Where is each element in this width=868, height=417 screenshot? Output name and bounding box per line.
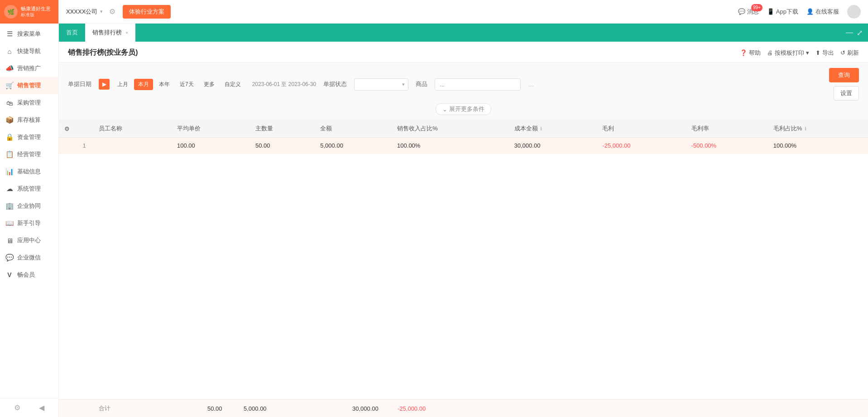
filter-date-tabs: 上月 本月 本年 近7天 更多 自定义 bbox=[113, 79, 245, 90]
chevron-down-icon: ▾ bbox=[100, 9, 103, 14]
operation-icon: 📋 bbox=[5, 150, 14, 158]
gross-pct-info-icon[interactable]: ℹ bbox=[805, 126, 806, 131]
col-gross-rate: 毛利率 bbox=[686, 120, 768, 138]
print-label: 按模板打印 bbox=[775, 49, 804, 57]
sidebar-item-label: 应用中心 bbox=[17, 236, 41, 244]
status-select[interactable] bbox=[354, 78, 408, 91]
topbar-right: 💬 消息 99+ 📱 App下载 👤 在线客服 bbox=[738, 5, 861, 19]
sidebar-item-purchase[interactable]: 🛍 采购管理 bbox=[0, 94, 58, 111]
topbar: XXXXX公司 ▾ ⚙ 体验行业方案 💬 消息 99+ 📱 App下载 👤 在线… bbox=[59, 0, 868, 24]
settings-icon[interactable]: ⚙ bbox=[109, 7, 115, 16]
help-label: 帮助 bbox=[749, 49, 761, 57]
expand-more-btn[interactable]: ⌄ 展开更多条件 bbox=[436, 103, 491, 115]
print-btn[interactable]: 🖨 按模板打印 ▾ bbox=[767, 49, 809, 57]
tab-current-month[interactable]: 本月 bbox=[134, 79, 153, 90]
sidebar-nav: ☰ 搜索菜单 ⌂ 快捷导航 📣 营销推广 🛒 销售管理 🛍 采购管理 📦 库存核… bbox=[0, 24, 58, 398]
row-gross-rate: -500.00% bbox=[686, 138, 768, 154]
sidebar-item-sales[interactable]: 🛒 销售管理 bbox=[0, 77, 58, 94]
sidebar-item-label: 营销推广 bbox=[17, 64, 41, 72]
sidebar-item-label: 快捷导航 bbox=[17, 47, 41, 55]
trial-btn[interactable]: 体验行业方案 bbox=[123, 5, 171, 19]
restore-icon[interactable]: ⤢ bbox=[857, 29, 863, 37]
sidebar-item-operation[interactable]: 📋 经营管理 bbox=[0, 146, 58, 163]
tab-close-icon[interactable]: × bbox=[125, 30, 128, 35]
message-btn[interactable]: 💬 消息 99+ bbox=[738, 8, 759, 16]
tab-sales-rank[interactable]: 销售排行榜 × bbox=[85, 24, 135, 42]
sidebar-item-app-center[interactable]: 🖥 应用中心 bbox=[0, 232, 58, 249]
purchase-icon: 🛍 bbox=[5, 99, 14, 107]
export-label: 导出 bbox=[822, 49, 834, 57]
sidebar-collapse-btn[interactable]: ◀ bbox=[39, 403, 44, 412]
row-gross: -25,000.00 bbox=[597, 138, 686, 154]
row-employee bbox=[93, 138, 172, 154]
sidebar-item-label: 企业协同 bbox=[17, 202, 41, 210]
sidebar-item-basic-info[interactable]: 📊 基础信息 bbox=[0, 163, 58, 180]
date-arrow-btn[interactable]: ▶ bbox=[99, 79, 110, 90]
help-btn[interactable]: ❓ 帮助 bbox=[740, 49, 761, 57]
export-btn[interactable]: ⬆ 导出 bbox=[815, 49, 834, 57]
sidebar-item-guide[interactable]: 📖 新手引导 bbox=[0, 215, 58, 232]
sidebar-item-enterprise[interactable]: 🏢 企业协同 bbox=[0, 197, 58, 215]
status-label: 单据状态 bbox=[323, 80, 347, 88]
tab-custom[interactable]: 自定义 bbox=[221, 79, 245, 90]
footer-gross-val: -25,000.00 bbox=[398, 405, 443, 412]
tab-sales-rank-label: 销售排行榜 bbox=[92, 29, 122, 37]
svg-text:🌿: 🌿 bbox=[7, 8, 15, 16]
footer-values: 50.00 5,000.00 30,000.00 -25,000.00 bbox=[153, 405, 863, 412]
app-icon: 📱 bbox=[767, 8, 774, 15]
filter-row-main: 单据日期 ▶ 上月 本月 本年 近7天 更多 自定义 2023-06- bbox=[68, 68, 859, 101]
sidebar-item-system[interactable]: ☁ 系统管理 bbox=[0, 180, 58, 197]
setting-btn[interactable]: 设置 bbox=[834, 86, 859, 101]
date-range-display: 2023-06-01 至 2023-06-30 bbox=[252, 81, 316, 88]
footer-qty bbox=[153, 405, 207, 412]
row-settings bbox=[59, 138, 75, 154]
query-btn[interactable]: 查询 bbox=[829, 68, 859, 82]
row-rank: 1 bbox=[75, 138, 93, 154]
row-cost: 30,000.00 bbox=[509, 138, 597, 154]
col-amount: 全额 bbox=[315, 120, 392, 138]
sidebar-item-search-order[interactable]: ☰ 搜索菜单 bbox=[0, 25, 58, 43]
refresh-label: 刷新 bbox=[847, 49, 859, 57]
tab-home[interactable]: 首页 bbox=[59, 24, 85, 42]
export-icon: ⬆ bbox=[815, 49, 820, 56]
sidebar-settings-btn[interactable]: ⚙ bbox=[14, 403, 20, 412]
online-service-btn[interactable]: 👤 在线客服 bbox=[806, 8, 839, 16]
avatar[interactable] bbox=[847, 5, 861, 19]
footer-cost-val: 30,000.00 bbox=[352, 405, 398, 412]
goods-more-icon[interactable]: … bbox=[528, 81, 534, 88]
goods-input[interactable] bbox=[435, 78, 521, 91]
enterprise-icon: 🏢 bbox=[5, 202, 14, 210]
sidebar-item-label: 资金管理 bbox=[17, 133, 41, 141]
col-settings[interactable]: ⚙ bbox=[59, 120, 75, 138]
logo-icon: 🌿 bbox=[4, 5, 18, 19]
app-download-btn[interactable]: 📱 App下载 bbox=[767, 8, 798, 16]
cost-info-icon[interactable]: ℹ bbox=[540, 126, 542, 131]
sidebar-item-marketing[interactable]: 📣 营销推广 bbox=[0, 60, 58, 77]
tab-last-month[interactable]: 上月 bbox=[113, 79, 132, 90]
page-title: 销售排行榜(按业务员) bbox=[68, 48, 138, 58]
sidebar-item-label: 基础信息 bbox=[17, 168, 41, 176]
table-body: 1 100.00 50.00 5,000.00 100.00% 30,000.0… bbox=[59, 138, 868, 154]
expand-label: 展开更多条件 bbox=[449, 105, 484, 113]
sidebar: 🌿 畅康通好生意 标准版 ☰ 搜索菜单 ⌂ 快捷导航 📣 营销推广 🛒 销售管理… bbox=[0, 0, 59, 417]
footer-amount-val: 5,000.00 bbox=[244, 405, 289, 412]
sidebar-item-wechat[interactable]: 💬 企业微信 bbox=[0, 249, 58, 266]
service-icon: 👤 bbox=[806, 8, 814, 15]
col-rank bbox=[75, 120, 93, 138]
sidebar-item-label: 销售管理 bbox=[17, 81, 41, 90]
minimize-icon[interactable]: — bbox=[846, 29, 853, 37]
sidebar-item-finance[interactable]: 🔒 资金管理 bbox=[0, 129, 58, 146]
sidebar-item-inventory[interactable]: 📦 库存核算 bbox=[0, 111, 58, 129]
sidebar-item-member[interactable]: V 畅会员 bbox=[0, 266, 58, 283]
tab-last7days[interactable]: 近7天 bbox=[176, 79, 198, 90]
system-icon: ☁ bbox=[5, 185, 14, 193]
company-selector[interactable]: XXXXX公司 ▾ bbox=[66, 8, 103, 16]
sidebar-item-quick-nav[interactable]: ⌂ 快捷导航 bbox=[0, 43, 58, 60]
status-select-wrapper: ▾ bbox=[354, 78, 408, 91]
app-center-icon: 🖥 bbox=[5, 237, 14, 244]
col-employee: 员工名称 bbox=[93, 120, 172, 138]
basic-info-icon: 📊 bbox=[5, 168, 14, 176]
tab-more[interactable]: 更多 bbox=[200, 79, 219, 90]
tab-current-year[interactable]: 本年 bbox=[155, 79, 174, 90]
refresh-btn[interactable]: ↺ 刷新 bbox=[840, 49, 859, 57]
